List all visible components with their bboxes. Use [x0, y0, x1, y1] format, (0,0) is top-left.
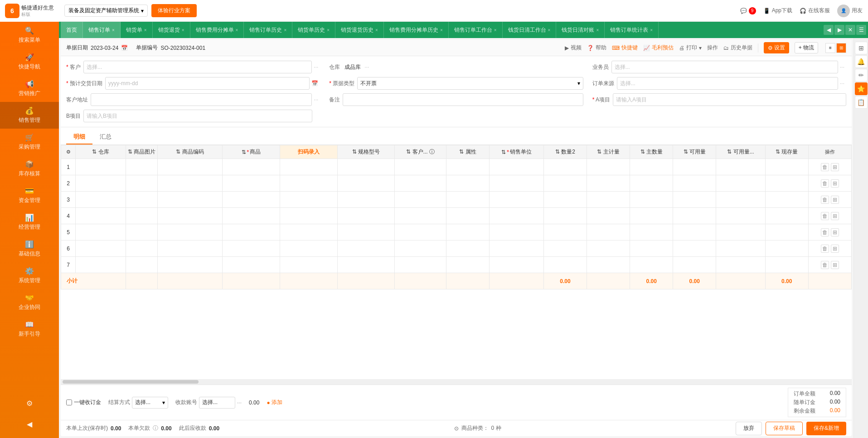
side-icon-clipboard[interactable]: 📋 [855, 96, 868, 109]
row-mainqty-5[interactable] [630, 224, 673, 241]
row-code-6[interactable] [158, 241, 223, 257]
row-img-1[interactable] [126, 159, 157, 175]
row-mainunit-3[interactable] [587, 192, 630, 208]
side-icon-bell[interactable]: 🔔 [855, 55, 868, 68]
row-avail2-3[interactable] [716, 192, 765, 208]
row-qty2-6[interactable] [543, 241, 587, 257]
th-cust[interactable]: ⇅ 客户... ⓘ [395, 145, 446, 159]
online-service-btn[interactable]: 🎧 在线客服 [800, 7, 830, 14]
row-attr-6[interactable] [446, 241, 489, 257]
sidebar-item-1[interactable]: 🚀快捷导航 [0, 48, 59, 75]
row-delete-3[interactable]: 🗑 [821, 196, 829, 204]
row-unit-5[interactable] [490, 224, 544, 241]
row-code-4[interactable] [158, 208, 223, 224]
row-copy-3[interactable]: ⊞ [831, 196, 839, 204]
order-source-suffix[interactable]: ··· [838, 80, 846, 87]
system-name-dropdown[interactable]: 装备及固定资产辅助管理系统 ▾ [64, 5, 148, 17]
operation-btn[interactable]: 操作 [707, 44, 718, 52]
nav-tab-10[interactable]: 钱货日清对账× [556, 22, 605, 38]
row-code-7[interactable] [158, 257, 223, 273]
save-draft-btn[interactable]: 保存草稿 [766, 422, 803, 435]
nav-tab-1[interactable]: 销货单× [121, 22, 153, 38]
sidebar-item-10[interactable]: 🤝企业协同 [0, 289, 59, 316]
row-warehouse-5[interactable] [76, 224, 126, 241]
nav-tab-9[interactable]: 钱货日清工作台× [503, 22, 557, 38]
row-cust-5[interactable] [395, 224, 446, 241]
nav-tab-3[interactable]: 销售费用分摊单× [190, 22, 244, 38]
add-logistics-btn[interactable]: + 物流 [795, 42, 818, 53]
sidebar-item-collapse[interactable]: ◀ [0, 415, 59, 434]
row-img-3[interactable] [126, 192, 157, 208]
row-avail2-2[interactable] [716, 175, 765, 192]
invoice-type-select[interactable]: 不开票 ▾ [357, 77, 583, 90]
history-btn[interactable]: 🗂 历史单据 [723, 44, 752, 52]
app-download-btn[interactable]: 📱 App下载 [763, 7, 792, 14]
th-img[interactable]: ⇅ 商品图片 [126, 145, 157, 159]
th-mainunit[interactable]: ⇅ 主计量 [587, 145, 630, 159]
shortcut-btn[interactable]: ⌨ 快捷键 [612, 44, 638, 52]
row-avail-2[interactable] [673, 175, 716, 192]
row-spec-5[interactable] [337, 224, 395, 241]
row-scan-5[interactable] [280, 224, 337, 241]
row-qty2-1[interactable] [543, 159, 587, 175]
help-btn[interactable]: ❓ 帮助 [587, 44, 606, 52]
row-avail2-1[interactable] [716, 159, 765, 175]
row-scan-4[interactable] [280, 208, 337, 224]
side-icon-star[interactable]: ⭐ [855, 82, 868, 95]
side-icon-grid[interactable]: ⊞ [855, 42, 868, 54]
row-unit-6[interactable] [490, 241, 544, 257]
message-btn[interactable]: 💬 9 [740, 7, 756, 14]
row-scan-6[interactable] [280, 241, 337, 257]
row-scan-1[interactable] [280, 159, 337, 175]
view-btn[interactable]: ▶ 视频 [565, 44, 582, 52]
row-scan-7[interactable] [280, 257, 337, 273]
th-warehouse[interactable]: ⇅ 仓库 [76, 145, 126, 159]
row-mainunit-1[interactable] [587, 159, 630, 175]
row-warehouse-3[interactable] [76, 192, 126, 208]
row-cust-3[interactable] [395, 192, 446, 208]
row-mainqty-1[interactable] [630, 159, 673, 175]
payment-method-select[interactable]: 选择... ▾ [132, 397, 168, 409]
sidebar-item-5[interactable]: 📦库存核算 [0, 155, 59, 182]
row-mainunit-7[interactable] [587, 257, 630, 273]
row-unit-4[interactable] [490, 208, 544, 224]
row-avail-4[interactable] [673, 208, 716, 224]
row-copy-1[interactable]: ⊞ [831, 163, 839, 171]
row-mainunit-6[interactable] [587, 241, 630, 257]
row-qty2-4[interactable] [543, 208, 587, 224]
nav-close-btn[interactable]: ✕ [845, 25, 855, 35]
row-goods-4[interactable] [222, 208, 280, 224]
row-mainunit-5[interactable] [587, 224, 630, 241]
row-qty2-3[interactable] [543, 192, 587, 208]
tab-summary[interactable]: 汇总 [92, 130, 119, 144]
row-copy-4[interactable]: ⊞ [831, 212, 839, 220]
row-avail-6[interactable] [673, 241, 716, 257]
nav-tab-5[interactable]: 销货单历史× [292, 22, 335, 38]
row-warehouse-7[interactable] [76, 257, 126, 273]
row-stock-6[interactable] [765, 241, 808, 257]
row-goods-7[interactable] [222, 257, 280, 273]
row-avail2-5[interactable] [716, 224, 765, 241]
th-setting[interactable]: ⚙ [61, 145, 76, 159]
row-goods-3[interactable] [222, 192, 280, 208]
a-project-input[interactable] [613, 93, 846, 106]
note-input[interactable] [343, 93, 583, 106]
row-avail-3[interactable] [673, 192, 716, 208]
row-mainqty-7[interactable] [630, 257, 673, 273]
sidebar-item-7[interactable]: 📊经营管理 [0, 209, 59, 236]
sidebar-item-11[interactable]: 📖新手引导 [0, 316, 59, 342]
row-img-4[interactable] [126, 208, 157, 224]
row-avail-7[interactable] [673, 257, 716, 273]
sidebar-item-8[interactable]: ℹ️基础信息 [0, 236, 59, 262]
row-stock-4[interactable] [765, 208, 808, 224]
row-attr-5[interactable] [446, 224, 489, 241]
nav-tab-8[interactable]: 销售订单工作台× [449, 22, 503, 38]
row-avail-1[interactable] [673, 159, 716, 175]
row-warehouse-4[interactable] [76, 208, 126, 224]
row-mainqty-4[interactable] [630, 208, 673, 224]
sidebar-item-2[interactable]: 📢营销推广 [0, 75, 59, 102]
row-goods-6[interactable] [222, 241, 280, 257]
row-goods-1[interactable] [222, 159, 280, 175]
row-unit-2[interactable] [490, 175, 544, 192]
th-avail[interactable]: ⇅ 可用量 [673, 145, 716, 159]
